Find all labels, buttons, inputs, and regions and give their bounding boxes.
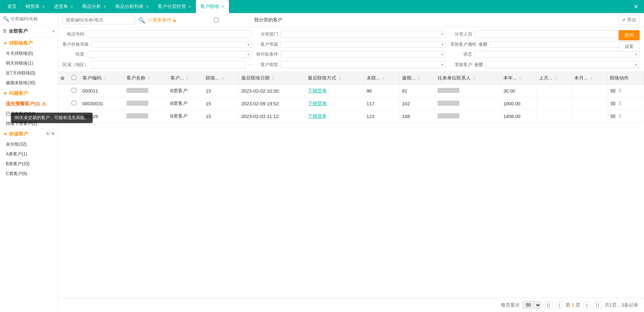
sidebar-item-tomorrow[interactable]: 明天待联络(1) <box>0 58 58 68</box>
sidebar-item-7days[interactable]: 近7天待联络(0) <box>0 68 58 78</box>
row-last-method[interactable]: 下销货单 <box>306 110 364 123</box>
row-this-year: 1000.00 <box>501 97 536 110</box>
row-code: 000011 <box>80 85 124 97</box>
prev-page-button[interactable]: ⟨ <box>556 301 563 309</box>
next-page-button[interactable]: ⟩ <box>583 301 590 309</box>
col-code[interactable]: 客户编码 ⇅ <box>80 72 124 85</box>
row-checkbox-cell[interactable] <box>69 85 80 97</box>
row-last-month <box>536 85 572 97</box>
nature-select[interactable]: ▾ <box>86 51 252 58</box>
query-button[interactable]: 查询 <box>619 30 640 40</box>
select-all-checkbox[interactable] <box>72 75 76 80</box>
col-contact[interactable]: 联络... ⇅ <box>204 72 239 85</box>
sidebar-item-a-class[interactable]: A类客户(1) <box>0 149 58 159</box>
row-last-method[interactable]: 下销货单 <box>306 85 364 97</box>
tab-home[interactable]: 首页 <box>3 0 21 13</box>
tab-customer-tier[interactable]: 客户分层经营 ✕ <box>153 0 196 13</box>
my-customers-checkbox[interactable] <box>180 18 253 23</box>
filter-nature: 性质 ▾ <box>63 51 252 58</box>
row-last-method[interactable]: 下销货单 <box>306 97 364 110</box>
close-sales-tab[interactable]: ✕ <box>42 4 45 9</box>
tab-product-list[interactable]: 商品分析列表 ✕ <box>111 0 153 13</box>
retail-customer-value: 全部 <box>474 62 483 68</box>
row-this-year: 1408.00 <box>501 110 536 123</box>
action-contact-icon[interactable]: ☎ <box>610 101 616 106</box>
retail-customer-select[interactable]: ▾ <box>485 61 640 68</box>
all-customers-header[interactable]: ⠿ 全部客户 « <box>0 25 58 38</box>
col-uncontacted[interactable]: 未联... ⇅ <box>364 72 400 85</box>
sidebar-item-c-class[interactable]: C类客户(6) <box>0 169 58 179</box>
grid-icon: ⠿ <box>3 29 7 34</box>
close-purchase-tab[interactable]: ✕ <box>70 4 73 9</box>
customer-grade-select[interactable]: ▾ <box>280 41 446 48</box>
region-dots[interactable]: ··· <box>248 62 252 67</box>
action-more-icon[interactable]: ⠿ <box>618 88 622 94</box>
close-product-list-tab[interactable]: ✕ <box>146 4 149 9</box>
col-checkbox[interactable] <box>69 72 80 85</box>
close-customer-tier-tab[interactable]: ✕ <box>188 4 192 9</box>
tab-customer-contact[interactable]: 客户联络 ✕ <box>196 0 229 13</box>
group-problem-customers[interactable]: ▼ 问题客户 <box>0 88 58 99</box>
last-page-button[interactable]: ⟩⟩ <box>593 301 602 309</box>
export-icon: ↗ <box>621 17 625 23</box>
dept-select[interactable]: ▾ <box>280 31 446 38</box>
row-checkbox-cell[interactable] <box>69 97 80 110</box>
sidebar-item-ungroup[interactable]: 未分组(32) <box>0 139 58 149</box>
my-customers-checkbox-label[interactable]: 我分管的客户 <box>180 17 282 23</box>
window-close-button[interactable]: ✕ <box>631 3 641 10</box>
status-select[interactable]: ▾ <box>474 51 640 58</box>
col-overdue[interactable]: 逾期... ⇅ <box>400 72 435 85</box>
refresh-icon[interactable]: ↻ <box>46 131 50 137</box>
tab-product-analysis[interactable]: 商品分析 ✕ <box>78 0 111 13</box>
row-uncontacted: 123 <box>364 110 400 123</box>
col-this-month[interactable]: 本月... ⇅ <box>572 72 608 85</box>
more-filter-button[interactable]: ▽ 更多条件 ▲ <box>148 17 177 23</box>
row-checkbox[interactable] <box>72 101 76 105</box>
col-last-method[interactable]: 最后联络方式 ⇅ <box>306 72 364 85</box>
action-more-icon[interactable]: ⠿ <box>618 101 622 106</box>
row-action: ☎ ⠿ <box>607 97 644 110</box>
col-type[interactable]: 客户... ⇅ <box>168 72 204 85</box>
search-input[interactable] <box>63 16 135 24</box>
col-last-month[interactable]: 上月... ⇅ <box>536 72 572 85</box>
collapse-icon[interactable]: « <box>52 29 55 34</box>
close-customer-contact-tab[interactable]: ✕ <box>221 4 225 9</box>
tab-purchase[interactable]: 进货单 ✕ <box>49 0 78 13</box>
per-page-select[interactable]: 50 100 200 <box>523 301 541 309</box>
phone-input[interactable] <box>86 30 252 38</box>
manager-input[interactable] <box>474 30 633 38</box>
sidebar-item-today[interactable]: 今天待联络(0) <box>0 49 58 58</box>
sidebar-item-overdue[interactable]: 逾期未联络(30) <box>0 78 58 88</box>
row-checkbox[interactable] <box>72 88 76 93</box>
sidebar-item-churn-warning[interactable]: 流失预警客户(3) ⚠ <box>0 99 58 109</box>
col-settings[interactable]: ⚙ <box>58 72 69 85</box>
col-this-year[interactable]: 本年... ⇅ <box>501 72 536 85</box>
col-name[interactable]: 客户名称 ⇅ <box>124 72 168 85</box>
filter-payment: 收付款条件 ▾ <box>256 51 446 58</box>
nature-label: 性质 <box>63 51 84 57</box>
price-grade-select[interactable]: ▾ <box>91 41 252 48</box>
row-settings-cell <box>58 85 69 97</box>
settings-button[interactable]: 设置 <box>619 42 640 52</box>
payment-select[interactable]: ▾ <box>280 51 446 58</box>
action-contact-icon[interactable]: ☎ <box>610 88 616 94</box>
filter-price-grade: 客户价格等级 ▾ <box>63 41 252 48</box>
customer-type-select[interactable]: ▾ <box>280 61 446 68</box>
first-page-button[interactable]: ⟨⟨ <box>544 301 553 309</box>
sidebar-search-input[interactable] <box>11 16 55 21</box>
action-more-icon[interactable]: ⠿ <box>618 113 622 119</box>
row-this-month <box>572 85 608 97</box>
tab-sales[interactable]: 销货单 ✕ <box>21 0 49 13</box>
group-pending-contact[interactable]: ▼ 待联络客户 <box>0 38 58 49</box>
export-button[interactable]: ↗ 导出 <box>618 15 640 25</box>
sidebar-item-b-class[interactable]: B类客户(33) <box>0 159 58 169</box>
search-button[interactable]: 🔍 <box>138 17 145 24</box>
close-product-analysis-tab[interactable]: ✕ <box>103 4 106 9</box>
col-last-date[interactable]: 最后联络日期 ⇅ <box>239 72 306 85</box>
region-input[interactable] <box>91 61 245 69</box>
retail-attr-select[interactable]: ▾ <box>490 41 640 48</box>
action-contact-icon[interactable]: ☎ <box>610 113 616 119</box>
edit-icon[interactable]: ✎ <box>51 131 55 137</box>
col-contact-person[interactable]: 往来单位联系人 ⇅ <box>435 72 501 85</box>
group-value-customers[interactable]: ▼ 价值客户 ↻ ✎ <box>0 129 58 139</box>
